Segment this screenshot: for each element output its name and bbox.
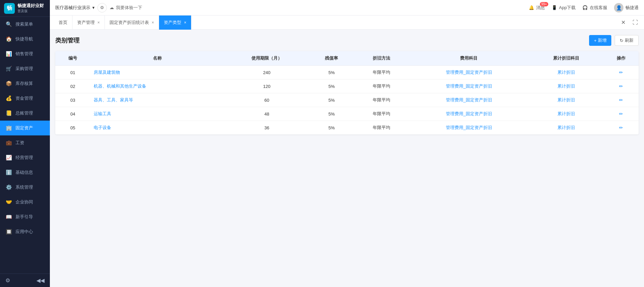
table-row: 04 运输工具 48 5% 年限平均 管理费用_固定资产折旧 累计折旧 ✏ [55, 107, 639, 121]
tab-asset-management[interactable]: 资产管理 × [72, 15, 105, 30]
sidebar-label-3: 采购管理 [16, 66, 33, 72]
col-accumulated: 累计折旧科目 [529, 51, 604, 66]
close-tab-button[interactable]: ✕ [618, 18, 628, 27]
tabs-controls: ✕ ⛶ [618, 18, 640, 27]
sidebar-item-6[interactable]: 📒 总账管理 [0, 106, 50, 121]
col-code: 编号 [55, 51, 90, 66]
refresh-icon: ↻ [620, 38, 623, 43]
sidebar-label-1: 快捷导航 [16, 36, 33, 42]
sidebar-icon-4: 📦 [5, 80, 12, 87]
sidebar-item-0[interactable]: 🔍 搜索菜单 [0, 17, 50, 32]
cell-residual-0: 5% [309, 66, 354, 79]
notifications-button[interactable]: 🔔 消息 99+ [529, 5, 545, 11]
topbar: 医疗器械行业演示 ▾ ⚙ ☁ 我要体验一下 🔔 消息 99+ 📱 App下载 🎧… [50, 0, 644, 15]
tab-asset-management-close[interactable]: × [97, 20, 100, 25]
cell-residual-3: 5% [309, 107, 354, 121]
edit-button-4[interactable]: ✏ [619, 125, 623, 130]
table-body: 01 房屋及建筑物 240 5% 年限平均 管理费用_固定资产折旧 累计折旧 ✏… [55, 66, 639, 135]
tab-depreciation-table-close[interactable]: × [152, 20, 154, 25]
sidebar-icon-11: ⚙️ [5, 184, 12, 191]
edit-button-0[interactable]: ✏ [619, 70, 623, 75]
sidebar-icon-13: 📖 [5, 214, 12, 220]
refresh-button-label: 刷新 [625, 37, 634, 43]
sidebar-label-10: 基础信息 [16, 169, 33, 176]
settings-button[interactable]: ⚙ [97, 3, 107, 12]
tab-asset-management-label: 资产管理 [77, 20, 95, 26]
sidebar-label-0: 搜索菜单 [16, 21, 33, 27]
tab-asset-type-close[interactable]: × [184, 20, 186, 25]
app-download-button[interactable]: 📱 App下载 [552, 5, 576, 11]
user-name: 畅捷通 [625, 5, 639, 11]
cell-code-2: 03 [55, 93, 90, 107]
cell-months-3: 48 [224, 107, 309, 121]
sidebar-icon-2: 📊 [5, 51, 12, 57]
notification-badge: 99+ [540, 2, 548, 6]
tab-asset-type[interactable]: 资产类型 × [159, 15, 191, 30]
edit-button-3[interactable]: ✏ [619, 111, 623, 117]
sidebar-scroll: 🔍 搜索菜单 🏠 快捷导航 📊 销售管理 🛒 采购管理 📦 库存核算 💰 资金管… [0, 17, 50, 274]
tab-asset-type-label: 资产类型 [164, 20, 181, 26]
col-action: 操作 [604, 51, 639, 66]
maximize-button[interactable]: ⛶ [631, 18, 640, 27]
edit-button-2[interactable]: ✏ [619, 97, 623, 103]
tab-home[interactable]: 首页 [54, 15, 72, 30]
sidebar-item-7[interactable]: 🏢 固定资产 [0, 121, 50, 135]
sidebar-icon-14: 🔲 [5, 228, 12, 235]
sidebar-item-1[interactable]: 🏠 快捷导航 [0, 32, 50, 46]
cell-name-1: 机器、机械和其他生产设备 [90, 79, 224, 93]
sidebar-label-14: 应用中心 [16, 229, 33, 235]
sidebar-icon-9: 📈 [5, 154, 12, 161]
cell-method-2: 年限平均 [354, 93, 409, 107]
sidebar-label-8: 工资 [16, 140, 24, 146]
cell-name-3: 运输工具 [90, 107, 224, 121]
headset-icon: 🎧 [582, 5, 588, 10]
sidebar-item-12[interactable]: 🤝 企业协同 [0, 195, 50, 210]
sidebar-item-11[interactable]: ⚙️ 系统管理 [0, 180, 50, 195]
new-button-label: 新增 [598, 37, 607, 43]
experience-button[interactable]: ☁ 我要体验一下 [110, 5, 142, 11]
tab-depreciation-table[interactable]: 固定资产折旧统计表 × [105, 15, 159, 30]
sidebar-label-6: 总账管理 [16, 110, 33, 116]
sidebar-item-3[interactable]: 🛒 采购管理 [0, 61, 50, 76]
sidebar-label-13: 新手引导 [16, 214, 33, 220]
col-residual: 残值率 [309, 51, 354, 66]
sidebar-item-13[interactable]: 📖 新手引导 [0, 210, 50, 224]
col-name: 名称 [90, 51, 224, 66]
cloud-icon: ☁ [110, 5, 114, 10]
refresh-button[interactable]: ↻ 刷新 [615, 35, 639, 46]
cell-code-0: 01 [55, 66, 90, 79]
sidebar-item-9[interactable]: 📈 经营管理 [0, 150, 50, 165]
sidebar-item-8[interactable]: 💼 工资 [0, 135, 50, 150]
sidebar-icon-7: 🏢 [5, 125, 12, 131]
cell-method-1: 年限平均 [354, 79, 409, 93]
sidebar-icon-1: 🏠 [5, 36, 12, 42]
tab-depreciation-table-label: 固定资产折旧统计表 [110, 20, 149, 26]
sidebar-label-12: 企业协同 [16, 199, 33, 205]
company-selector[interactable]: 医疗器械行业演示 ▾ [55, 5, 95, 11]
sidebar-item-14[interactable]: 🔲 应用中心 [0, 224, 50, 239]
company-name: 医疗器械行业演示 [55, 5, 90, 11]
sidebar-item-5[interactable]: 💰 资金管理 [0, 91, 50, 106]
cell-code-4: 05 [55, 121, 90, 135]
settings-icon[interactable]: ⚙ [5, 277, 10, 284]
main-content: 医疗器械行业演示 ▾ ⚙ ☁ 我要体验一下 🔔 消息 99+ 📱 App下载 🎧… [50, 0, 644, 287]
cell-name-4: 电子设备 [90, 121, 224, 135]
topbar-left: 医疗器械行业演示 ▾ ⚙ ☁ 我要体验一下 [55, 3, 142, 12]
table-header: 编号 名称 使用期限（月） 残值率 折旧方法 费用科目 累计折旧科目 操作 [55, 51, 639, 66]
sidebar-item-10[interactable]: ℹ️ 基础信息 [0, 165, 50, 180]
sidebar-item-4[interactable]: 📦 库存核算 [0, 76, 50, 91]
user-menu[interactable]: 👤 畅捷通 [614, 3, 639, 12]
sidebar-item-2[interactable]: 📊 销售管理 [0, 46, 50, 61]
new-button[interactable]: + 新增 [589, 35, 611, 46]
col-method: 折旧方法 [354, 51, 409, 66]
collapse-icon[interactable]: ◀◀ [36, 277, 44, 284]
customer-service-button[interactable]: 🎧 在线客服 [582, 5, 607, 11]
sidebar-icon-6: 📒 [5, 110, 12, 117]
edit-button-1[interactable]: ✏ [619, 84, 623, 89]
cell-expense-4: 管理费用_固定资产折旧 [409, 121, 529, 135]
cell-expense-1: 管理费用_固定资产折旧 [409, 79, 529, 93]
page-header: 类别管理 + 新增 ↻ 刷新 [55, 35, 639, 46]
sidebar-label-7: 固定资产 [16, 125, 33, 131]
table-row: 02 机器、机械和其他生产设备 120 5% 年限平均 管理费用_固定资产折旧 … [55, 79, 639, 93]
sidebar-label-9: 经营管理 [16, 155, 33, 161]
